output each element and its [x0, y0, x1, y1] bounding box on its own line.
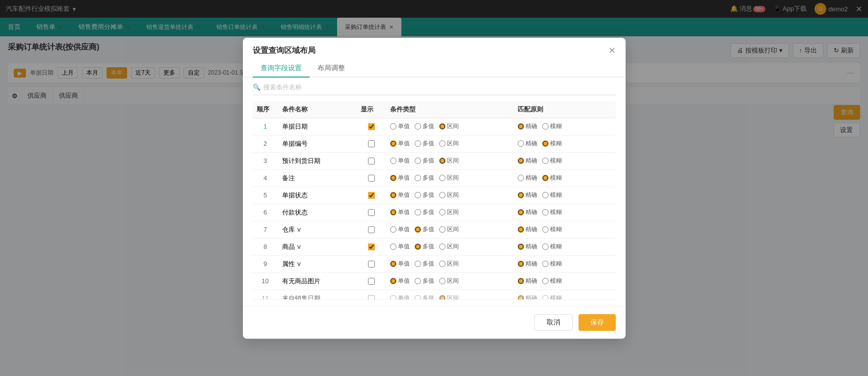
- type-single-6[interactable]: 单值: [390, 208, 410, 216]
- match-exact-10[interactable]: 精确: [518, 277, 537, 285]
- show-checkbox-9[interactable]: [368, 261, 375, 268]
- match-exact-8[interactable]: 精确: [518, 242, 537, 251]
- type-single-4[interactable]: 单值: [390, 174, 410, 182]
- show-checkbox-8[interactable]: [368, 243, 375, 250]
- row-type-3: 单值 多值 区间: [386, 157, 514, 165]
- save-button[interactable]: 保存: [579, 314, 616, 331]
- modal-tabs: 查询字段设置 布局调整: [243, 60, 626, 78]
- row-show-10: [357, 278, 386, 285]
- type-multi-5[interactable]: 多值: [415, 191, 434, 199]
- match-exact-7[interactable]: 精确: [518, 225, 537, 234]
- row-name-4: 备注: [278, 174, 357, 183]
- table-row: 4 备注 单值 多值 区间 精确 模糊: [253, 170, 616, 187]
- type-range-2[interactable]: 区间: [439, 139, 459, 148]
- show-checkbox-5[interactable]: [368, 192, 375, 199]
- row-show-6: [357, 209, 386, 216]
- row-name-8: 商品 ∨: [278, 242, 357, 251]
- modal-close-button[interactable]: ✕: [608, 46, 616, 55]
- show-checkbox-10[interactable]: [368, 278, 375, 285]
- match-exact-6[interactable]: 精确: [518, 208, 537, 216]
- match-exact-2[interactable]: 精确: [518, 139, 537, 148]
- row-num-5: 5: [253, 191, 278, 199]
- type-single-3[interactable]: 单值: [390, 157, 410, 165]
- type-multi-2[interactable]: 多值: [415, 139, 434, 148]
- type-multi-9[interactable]: 多值: [415, 260, 434, 268]
- match-fuzzy-5[interactable]: 模糊: [542, 191, 562, 199]
- col-header-num: 顺序: [253, 105, 278, 114]
- row-show-11: [357, 295, 386, 300]
- type-range-5[interactable]: 区间: [439, 191, 459, 199]
- match-fuzzy-10[interactable]: 模糊: [542, 277, 562, 285]
- type-range-8[interactable]: 区间: [439, 242, 459, 251]
- match-fuzzy-2[interactable]: 模糊: [542, 139, 562, 148]
- match-exact-3[interactable]: 精确: [518, 157, 537, 165]
- row-name-9: 属性 ∨: [278, 260, 357, 269]
- row-show-1: [357, 123, 386, 130]
- type-range-7[interactable]: 区间: [439, 225, 459, 234]
- type-multi-1[interactable]: 多值: [415, 122, 434, 131]
- type-single-9[interactable]: 单值: [390, 260, 410, 268]
- row-match-1: 精确 模糊: [514, 122, 612, 131]
- table-row: 3 预计到货日期 单值 多值 区间 精确 模糊: [253, 153, 616, 170]
- row-show-4: [357, 175, 386, 182]
- modal-tab-layout[interactable]: 布局调整: [310, 60, 353, 78]
- match-exact-9[interactable]: 精确: [518, 260, 537, 268]
- match-exact-5[interactable]: 精确: [518, 191, 537, 199]
- match-exact-1[interactable]: 精确: [518, 122, 537, 131]
- match-fuzzy-4[interactable]: 模糊: [542, 174, 562, 182]
- row-num-6: 6: [253, 209, 278, 216]
- type-multi-10[interactable]: 多值: [415, 277, 434, 285]
- match-exact-11[interactable]: 精确: [518, 294, 537, 300]
- cancel-button[interactable]: 取消: [534, 314, 573, 331]
- row-match-7: 精确 模糊: [514, 225, 612, 234]
- show-checkbox-7[interactable]: [368, 226, 375, 233]
- type-single-10[interactable]: 单值: [390, 277, 410, 285]
- match-fuzzy-8[interactable]: 模糊: [542, 242, 562, 251]
- type-multi-3[interactable]: 多值: [415, 157, 434, 165]
- table-row: 5 单据状态 单值 多值 区间 精确 模糊: [253, 187, 616, 204]
- row-match-2: 精确 模糊: [514, 139, 612, 148]
- type-single-2[interactable]: 单值: [390, 139, 410, 148]
- type-range-4[interactable]: 区间: [439, 174, 459, 182]
- modal-tab-query-fields[interactable]: 查询字段设置: [253, 60, 310, 78]
- type-single-8[interactable]: 单值: [390, 242, 410, 251]
- type-multi-11[interactable]: 多值: [415, 294, 434, 300]
- type-range-3[interactable]: 区间: [439, 157, 459, 165]
- search-input[interactable]: [263, 83, 352, 91]
- show-checkbox-2[interactable]: [368, 140, 375, 147]
- type-multi-8[interactable]: 多值: [415, 242, 434, 251]
- table-row: 10 有无商品图片 单值 多值 区间 精确 模糊: [253, 273, 616, 290]
- row-name-10: 有无商品图片: [278, 277, 357, 286]
- type-single-7[interactable]: 单值: [390, 225, 410, 234]
- type-range-10[interactable]: 区间: [439, 277, 459, 285]
- show-checkbox-1[interactable]: [368, 123, 375, 130]
- show-checkbox-11[interactable]: [368, 295, 375, 300]
- table-header: 顺序 条件名称 显示 条件类型 匹配原则: [253, 101, 616, 118]
- match-fuzzy-1[interactable]: 模糊: [542, 122, 562, 131]
- table-row: 6 付款状态 单值 多值 区间 精确 模糊: [253, 204, 616, 221]
- row-type-10: 单值 多值 区间: [386, 277, 514, 285]
- show-checkbox-3[interactable]: [368, 158, 375, 164]
- type-multi-7[interactable]: 多值: [415, 225, 434, 234]
- type-single-5[interactable]: 单值: [390, 191, 410, 199]
- match-fuzzy-9[interactable]: 模糊: [542, 260, 562, 268]
- type-range-11[interactable]: 区间: [439, 294, 459, 300]
- row-type-6: 单值 多值 区间: [386, 208, 514, 216]
- match-fuzzy-7[interactable]: 模糊: [542, 225, 562, 234]
- row-type-11: 单值 多值 区间: [386, 294, 514, 300]
- table-row: 11 来自销售日期 单值 多值 区间 精确 模糊: [253, 290, 616, 300]
- type-multi-6[interactable]: 多值: [415, 208, 434, 216]
- match-exact-4[interactable]: 精确: [518, 174, 537, 182]
- row-name-1: 单据日期: [278, 122, 357, 131]
- type-single-11[interactable]: 单值: [390, 294, 410, 300]
- match-fuzzy-6[interactable]: 模糊: [542, 208, 562, 216]
- match-fuzzy-3[interactable]: 模糊: [542, 157, 562, 165]
- type-single-1[interactable]: 单值: [390, 122, 410, 131]
- show-checkbox-6[interactable]: [368, 209, 375, 216]
- type-multi-4[interactable]: 多值: [415, 174, 434, 182]
- match-fuzzy-11[interactable]: 模糊: [542, 294, 562, 300]
- show-checkbox-4[interactable]: [368, 175, 375, 182]
- type-range-1[interactable]: 区间: [439, 122, 459, 131]
- type-range-6[interactable]: 区间: [439, 208, 459, 216]
- type-range-9[interactable]: 区间: [439, 260, 459, 268]
